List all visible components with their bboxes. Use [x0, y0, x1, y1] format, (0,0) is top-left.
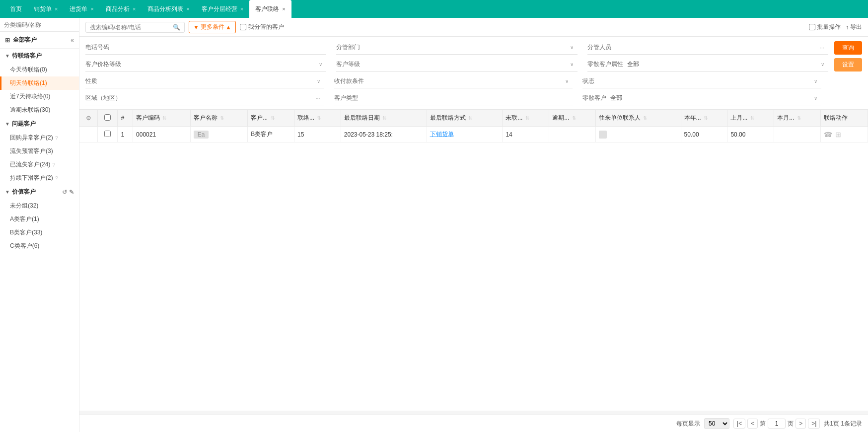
- col-this-year[interactable]: 本年... ⇅: [681, 110, 727, 127]
- col-this-month[interactable]: 本月... ⇅: [774, 110, 821, 127]
- per-page-select[interactable]: 50 100 200: [704, 418, 729, 429]
- col-last-month[interactable]: 上月... ⇅: [727, 110, 774, 127]
- filter-nature[interactable]: 性质 ∨: [85, 74, 324, 88]
- reset-button[interactable]: 设置: [834, 58, 862, 72]
- sort-code-icon: ⇅: [162, 115, 166, 121]
- my-customers-checkbox-wrap[interactable]: 我分管的客户: [240, 23, 284, 31]
- col-code[interactable]: 客户编码 ⇅: [133, 110, 191, 127]
- col-last-contact-way[interactable]: 最后联络方式 ⇅: [427, 110, 503, 127]
- last-page-button[interactable]: >|: [808, 419, 820, 429]
- sidebar-item-tomorrow-contact[interactable]: 明天待联络(1): [0, 76, 79, 90]
- next-page-button[interactable]: >: [796, 419, 806, 429]
- filter-customer-level[interactable]: 客户等级 ∨: [336, 58, 577, 72]
- sort-year-icon: ⇅: [704, 115, 708, 121]
- sidebar-group-value-customers[interactable]: ▼ 价值客户 ↺ ✎: [0, 185, 79, 199]
- nav-product-analysis-list[interactable]: 商品分析列表 ×: [142, 0, 195, 18]
- toolbar-right: 批量操作 ↑ 导出: [809, 23, 862, 31]
- row-type: B类客户: [248, 127, 294, 143]
- filter-retail-customer[interactable]: 零散客户 全部 ∨: [582, 91, 821, 105]
- filter-customer-type[interactable]: 客户类型: [334, 91, 573, 105]
- per-page-label: 每页显示: [676, 420, 700, 428]
- sidebar-item-churned[interactable]: 已流失客户(24) ?: [0, 158, 79, 171]
- export-icon: ↑: [846, 24, 849, 31]
- nav-purchase-order[interactable]: 进货单 ×: [64, 0, 99, 18]
- close-purchase-order-icon[interactable]: ×: [90, 6, 93, 12]
- sidebar-item-declining[interactable]: 持续下滑客户(2) ?: [0, 171, 79, 185]
- sidebar-item-7days-contact[interactable]: 近7天待联络(0): [0, 90, 79, 103]
- col-checkbox: [98, 110, 118, 127]
- col-unit-contact[interactable]: 往来单位联系人 ⇅: [596, 110, 681, 127]
- retail-attr-dropdown-icon: ∨: [821, 62, 824, 67]
- nav-customer-contact[interactable]: 客户联络 ×: [249, 0, 291, 18]
- help-icon-1: ?: [55, 135, 58, 141]
- filter-dept[interactable]: 分管部门 ∨: [336, 41, 577, 55]
- col-overdue[interactable]: 逾期... ⇅: [549, 110, 596, 127]
- batch-op-button[interactable]: 批量操作: [809, 23, 841, 31]
- action-phone-icon[interactable]: ☎: [824, 131, 832, 139]
- col-contact[interactable]: 联络... ⇅: [294, 110, 341, 127]
- col-type[interactable]: 客户... ⇅: [248, 110, 294, 127]
- export-button[interactable]: ↑ 导出: [846, 23, 862, 31]
- pagination: |< < 第 页 > >|: [733, 419, 820, 429]
- batch-op-checkbox[interactable]: [809, 24, 815, 30]
- horizontal-scrollbar[interactable]: [79, 411, 868, 415]
- sidebar-item-churn-warning[interactable]: 流失预警客户(3): [0, 144, 79, 158]
- sidebar-group-pending-contact[interactable]: ▼ 待联络客户: [0, 49, 79, 63]
- collapse-icon[interactable]: «: [71, 37, 74, 44]
- close-customer-layered-icon[interactable]: ×: [240, 6, 243, 12]
- search-button[interactable]: 🔍: [173, 24, 180, 31]
- nav-home[interactable]: 首页: [4, 0, 28, 18]
- col-last-contact-date[interactable]: 最后联络日期 ⇅: [341, 110, 427, 127]
- total-label: 共1页 1条记录: [824, 420, 862, 428]
- close-sales-order-icon[interactable]: ×: [55, 6, 58, 12]
- close-product-analysis-icon[interactable]: ×: [133, 6, 136, 12]
- page-unit: 页: [788, 420, 794, 428]
- payment-terms-dropdown-icon: ∨: [565, 78, 569, 84]
- sidebar-item-ungrouped[interactable]: 未分组(32): [0, 199, 79, 213]
- footer: 每页显示 50 100 200 |< < 第 页 > >| 共1页 1条记录: [79, 415, 868, 432]
- sidebar-group-problem-customers[interactable]: ▼ 问题客户: [0, 117, 79, 131]
- filter-region[interactable]: 区域（地区） ···: [85, 91, 324, 105]
- sort-way-icon: ⇅: [468, 115, 472, 121]
- edit-icon[interactable]: ✎: [69, 189, 74, 196]
- filter-manager[interactable]: 分管人员 ···: [587, 41, 828, 55]
- nav-product-analysis[interactable]: 商品分析 ×: [100, 0, 142, 18]
- sidebar-search-input[interactable]: [4, 21, 78, 28]
- price-level-dropdown-icon: ∨: [319, 62, 322, 67]
- refresh-icon[interactable]: ↺: [62, 189, 67, 196]
- row-not-contacted: 14: [503, 127, 549, 143]
- col-not-contacted[interactable]: 未联... ⇅: [503, 110, 549, 127]
- sidebar-item-overdue-contact[interactable]: 逾期未联络(30): [0, 103, 79, 117]
- sidebar-item-today-contact[interactable]: 今天待联络(0): [0, 63, 79, 76]
- first-page-button[interactable]: |<: [733, 419, 745, 429]
- filter-row-2: 客户价格等级 ∨ 客户等级 ∨ 零散客户属性 全部 ∨ 设置: [85, 58, 862, 72]
- action-grid-icon[interactable]: ⊞: [835, 131, 841, 139]
- col-gear[interactable]: ⚙: [79, 110, 98, 127]
- customers-table: ⚙ # 客户编码 ⇅ 客户名称 ⇅ 客户... ⇅ 联络... ⇅ 最后联络日期…: [79, 110, 868, 143]
- sidebar-item-repurchase-abnormal[interactable]: 回购异常客户(2) ?: [0, 131, 79, 144]
- page-input[interactable]: [768, 419, 786, 429]
- close-product-analysis-list-icon[interactable]: ×: [186, 6, 189, 12]
- contact-way-link[interactable]: 下销货单: [430, 131, 454, 138]
- sidebar-all-customers[interactable]: ⊞ 全部客户 «: [0, 32, 79, 49]
- my-customers-checkbox[interactable]: [240, 24, 246, 30]
- prev-page-button[interactable]: <: [747, 419, 758, 429]
- nav-customer-layered[interactable]: 客户分层经营 ×: [196, 0, 249, 18]
- sidebar-item-class-a[interactable]: A类客户(1): [0, 213, 79, 226]
- filter-payment-terms[interactable]: 收付款条件 ∨: [334, 74, 573, 88]
- filter-price-level[interactable]: 客户价格等级 ∨: [85, 58, 326, 72]
- close-customer-contact-icon[interactable]: ×: [282, 6, 285, 12]
- manager-more-icon: ···: [820, 45, 824, 51]
- filter-retail-attr[interactable]: 零散客户属性 全部 ∨: [587, 58, 828, 72]
- query-button[interactable]: 查询: [834, 41, 862, 55]
- nav-sales-order[interactable]: 销货单 ×: [28, 0, 64, 18]
- col-name[interactable]: 客户名称 ⇅: [190, 110, 248, 127]
- row-checkbox[interactable]: [104, 131, 111, 137]
- select-all-checkbox[interactable]: [104, 114, 111, 121]
- row-unit-contact: [596, 127, 681, 143]
- filter-status[interactable]: 状态 ∨: [582, 74, 821, 88]
- sidebar-item-class-c[interactable]: C类客户(6): [0, 239, 79, 253]
- more-conditions-button[interactable]: ▼ 更多条件 ▲: [189, 21, 236, 33]
- sidebar-item-class-b[interactable]: B类客户(33): [0, 226, 79, 239]
- search-input[interactable]: [90, 24, 173, 31]
